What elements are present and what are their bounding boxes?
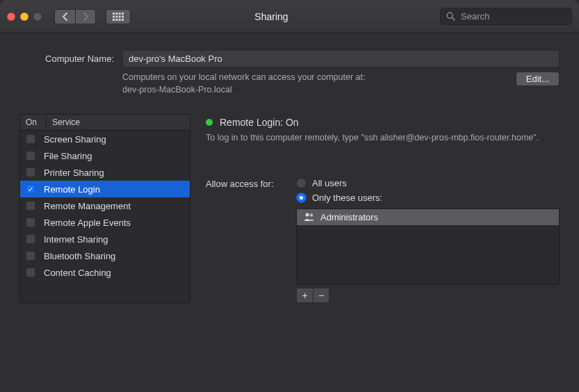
service-checkbox[interactable]: ✓ [26,184,35,194]
users-list[interactable]: Administrators [296,209,560,285]
access-row: Allow access for: All users Only these u… [206,178,560,303]
svg-point-15 [310,213,313,216]
services-list: On Service Screen SharingFile SharingPri… [19,114,190,303]
service-row[interactable]: Internet Sharing [20,231,190,247]
svg-rect-1 [115,13,117,15]
radio-icon [296,193,307,203]
service-label: Remote Apple Events [44,218,131,228]
service-label: Bluetooth Sharing [44,251,115,261]
service-checkbox[interactable] [26,234,35,244]
service-label: Remote Management [44,201,131,211]
computer-name-subtext: Computers on your local network can acce… [122,72,507,96]
svg-rect-0 [113,13,115,15]
svg-rect-7 [122,15,124,17]
computer-name-subrow: Computers on your local network can acce… [19,72,560,96]
service-label: Remote Login [44,184,100,195]
service-checkbox[interactable] [26,151,35,161]
services-header-service: Service [47,115,190,130]
svg-rect-6 [119,15,121,17]
search-field[interactable] [440,8,572,25]
radio-all-label: All users [312,178,347,188]
service-row[interactable]: Remote Management [20,197,190,214]
back-button[interactable] [54,9,75,24]
svg-rect-5 [115,15,117,17]
svg-rect-9 [115,19,117,21]
service-row[interactable]: File Sharing [20,147,190,164]
show-all-button[interactable] [106,9,131,24]
services-body: Screen SharingFile SharingPrinter Sharin… [20,131,190,281]
svg-rect-3 [122,13,124,15]
status-row: Remote Login: On [206,117,560,128]
service-row[interactable]: Screen Sharing [20,131,190,147]
content-area: Computer Name: Computers on your local n… [0,33,579,314]
services-header: On Service [20,115,190,131]
window-toolbar: Sharing [0,0,579,33]
minimize-window-button[interactable] [20,13,28,21]
radio-only-label: Only these users: [312,193,382,203]
service-label: Screen Sharing [44,134,106,145]
add-user-button[interactable]: + [296,288,313,303]
svg-line-13 [452,17,455,20]
svg-rect-11 [122,19,124,21]
nav-buttons [54,9,96,24]
service-checkbox[interactable] [26,134,35,144]
svg-rect-2 [119,13,121,15]
service-row[interactable]: Bluetooth Sharing [20,247,190,264]
service-checkbox[interactable] [26,201,35,211]
computer-name-row: Computer Name: [19,50,560,67]
service-row[interactable]: Printer Sharing [20,164,190,181]
svg-point-14 [306,213,309,217]
service-label: Internet Sharing [44,234,108,245]
service-checkbox[interactable] [26,218,35,227]
service-checkbox[interactable] [26,268,35,277]
edit-hostname-button[interactable]: Edit... [516,72,560,86]
service-label: File Sharing [44,151,92,161]
remove-user-button[interactable]: − [313,288,329,303]
status-indicator-icon [206,119,213,126]
user-icon [304,213,315,221]
service-row[interactable]: ✓Remote Login [20,181,190,197]
access-label: Allow access for: [206,178,289,189]
users-list-body [297,225,559,284]
traffic-lights [7,13,42,21]
radio-all-users[interactable]: All users [296,178,560,188]
zoom-window-button[interactable] [33,13,42,21]
svg-rect-8 [113,19,115,21]
users-add-remove: + − [296,288,560,303]
window-title: Sharing [138,11,405,22]
search-input[interactable] [459,10,566,22]
radio-icon [296,178,307,188]
user-label: Administrators [320,212,378,222]
svg-rect-10 [119,19,121,21]
status-label: Remote Login: On [220,117,299,128]
svg-rect-4 [113,15,115,17]
computer-name-subtext-line1: Computers on your local network can acce… [122,72,365,82]
user-row[interactable]: Administrators [297,209,559,225]
computer-name-input[interactable] [122,50,560,67]
service-label: Content Caching [44,268,111,278]
main-split: On Service Screen SharingFile SharingPri… [19,114,560,303]
services-header-on: On [20,115,47,130]
service-row[interactable]: Content Caching [20,264,190,281]
close-window-button[interactable] [7,13,15,21]
ssh-instructions: To log in to this computer remotely, typ… [206,132,560,145]
service-checkbox[interactable] [26,251,35,261]
service-row[interactable]: Remote Apple Events [20,214,190,231]
forward-button[interactable] [75,9,96,24]
search-icon [446,12,455,21]
computer-name-label: Computer Name: [19,54,114,64]
access-radios: All users Only these users: [296,178,560,203]
service-label: Printer Sharing [44,168,104,178]
service-checkbox[interactable] [26,168,35,177]
radio-only-users[interactable]: Only these users: [296,193,560,203]
computer-name-subtext-line2: dev-pros-MacBook-Pro.local [122,85,232,95]
service-detail: Remote Login: On To log in to this compu… [206,114,560,303]
